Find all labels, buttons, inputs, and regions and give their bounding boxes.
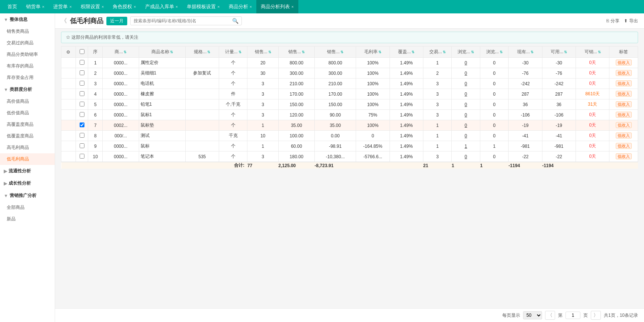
nav-permission[interactable]: 权限设置 × <box>76 0 108 13</box>
row-select-checkbox[interactable] <box>80 81 84 86</box>
row-checkbox[interactable] <box>76 89 88 99</box>
row-checkbox[interactable] <box>76 68 88 79</box>
row-browse1[interactable]: 0 <box>452 89 480 99</box>
nav-role-close[interactable]: × <box>134 4 136 9</box>
nav-goods-analysis-list[interactable]: 商品分析列表 × <box>256 0 298 13</box>
row-select-checkbox[interactable] <box>80 102 84 106</box>
sidebar: ▼ 整体信息 销售类商品 交易过的商品 商品分类助销率 有库存的商品 库存资金占… <box>0 13 55 322</box>
row-checkbox[interactable] <box>76 110 88 120</box>
nav-role[interactable]: 角色授权 × <box>108 0 140 13</box>
row-browse1[interactable]: 0 <box>452 99 480 110</box>
sidebar-item-high-coverage[interactable]: 高覆盖度商品 <box>0 119 55 130</box>
th-browse1[interactable]: 浏览...⇅ <box>452 47 480 58</box>
row-checkbox[interactable] <box>76 99 88 110</box>
search-input[interactable] <box>134 18 232 23</box>
sidebar-item-stocked-goods[interactable]: 有库存的商品 <box>0 60 55 72</box>
th-settings[interactable]: ⚙ <box>61 47 76 58</box>
row-browse1[interactable]: 0 <box>452 58 480 68</box>
row-select-checkbox[interactable] <box>80 112 84 117</box>
th-spec[interactable]: 规格...⇅ <box>185 47 219 58</box>
row-select-checkbox[interactable] <box>80 70 84 75</box>
th-coverage[interactable]: 覆盖...⇅ <box>390 47 423 58</box>
page-size-select[interactable]: 50 100 200 <box>523 311 542 319</box>
row-browse1[interactable]: 0 <box>452 131 480 141</box>
row-checkbox[interactable] <box>76 152 88 162</box>
nav-template-close[interactable]: × <box>217 4 220 9</box>
sidebar-group-growth[interactable]: ▶ 成长性分析 <box>0 177 55 189</box>
row-checkbox[interactable] <box>76 58 88 68</box>
row-select-checkbox[interactable] <box>80 91 84 96</box>
th-browse2[interactable]: 浏览...⇅ <box>480 47 508 58</box>
th-avail[interactable]: 可用...⇅ <box>542 47 576 58</box>
row-select-checkbox[interactable] <box>80 122 84 127</box>
period-button[interactable]: 近一月 <box>106 17 127 25</box>
row-checkbox[interactable] <box>76 141 88 152</box>
th-name[interactable]: 商品名称⇅ <box>139 47 185 58</box>
next-page-btn[interactable]: 〉 <box>591 311 601 320</box>
th-code[interactable]: 商...⇅ <box>103 47 139 58</box>
row-select-checkbox[interactable] <box>80 143 84 148</box>
th-sale2[interactable]: 销售...⇅ <box>278 47 314 58</box>
page-number-input[interactable] <box>565 312 580 319</box>
row-checkbox[interactable] <box>76 131 88 141</box>
sidebar-group-liquidity[interactable]: ▶ 流通性分析 <box>0 165 55 177</box>
row-browse1[interactable]: 1 <box>452 141 480 152</box>
row-browse1[interactable]: 0 <box>452 110 480 120</box>
row-avail: -242 <box>542 79 576 89</box>
sidebar-item-stock-capital[interactable]: 库存资金占用 <box>0 72 55 83</box>
th-deal[interactable]: 交易...⇅ <box>423 47 452 58</box>
export-button[interactable]: ⬆ 导出 <box>624 18 638 24</box>
sidebar-group-overall[interactable]: ▼ 整体信息 <box>0 13 55 26</box>
sidebar-item-new-goods[interactable]: 新品 <box>0 213 55 225</box>
nav-home[interactable]: 首页 <box>3 0 22 13</box>
nav-goods-analysis[interactable]: 商品分析 × <box>224 0 256 13</box>
row-select-checkbox[interactable] <box>80 60 84 65</box>
sidebar-item-high-value[interactable]: 高价值商品 <box>0 96 55 107</box>
row-checkbox[interactable] <box>76 120 88 131</box>
select-all-checkbox[interactable] <box>80 49 84 54</box>
nav-permission-close[interactable]: × <box>102 4 104 9</box>
row-unit: 件 <box>219 89 247 99</box>
th-saleable[interactable]: 可销...⇅ <box>576 47 609 58</box>
sidebar-group-marketing[interactable]: ▼ 营销推广分析 <box>0 189 55 202</box>
sidebar-item-category-rate[interactable]: 商品分类助销率 <box>0 49 55 60</box>
sidebar-item-all-goods[interactable]: 全部商品 <box>0 202 55 213</box>
nav-product-in[interactable]: 产成品入库单 × <box>141 0 182 13</box>
th-current[interactable]: 现有...⇅ <box>509 47 542 58</box>
page-header: 《 低毛利商品 近一月 🔍 ⎘ 分享 ⬆ 导出 <box>55 13 644 29</box>
row-browse1[interactable]: 0 <box>452 152 480 162</box>
row-margin: 100% <box>356 68 390 79</box>
row-select-checkbox[interactable] <box>80 133 84 138</box>
nav-purchase[interactable]: 进货单 × <box>49 0 76 13</box>
prev-page-btn[interactable]: 〈 <box>545 311 555 320</box>
th-margin[interactable]: 毛利率⇅ <box>356 47 390 58</box>
th-checkbox[interactable] <box>76 47 88 58</box>
nav-product-in-close[interactable]: × <box>176 4 178 9</box>
row-browse1[interactable]: 0 <box>452 79 480 89</box>
search-icon[interactable]: 🔍 <box>232 18 238 24</box>
nav-sales[interactable]: 销货单 × <box>22 0 49 13</box>
row-browse1[interactable]: 0 <box>452 68 480 79</box>
sidebar-item-sales-goods[interactable]: 销售类商品 <box>0 26 55 37</box>
sidebar-item-low-margin[interactable]: 低毛利商品 <box>0 153 55 165</box>
sidebar-collapse-btn[interactable]: 《 <box>61 17 67 25</box>
nav-purchase-close[interactable]: × <box>69 4 71 9</box>
sidebar-item-high-margin[interactable]: 高毛利商品 <box>0 142 55 153</box>
sidebar-group-cluster[interactable]: ▼ 类群度分析 <box>0 83 55 96</box>
sidebar-item-low-value[interactable]: 低价值商品 <box>0 107 55 119</box>
sidebar-item-low-coverage[interactable]: 低覆盖度商品 <box>0 130 55 142</box>
row-select-checkbox[interactable] <box>80 154 84 159</box>
th-sale1[interactable]: 销售...⇅ <box>247 47 278 58</box>
row-checkbox[interactable] <box>76 79 88 89</box>
nav-template[interactable]: 单据模板设置 × <box>182 0 224 13</box>
sidebar-item-traded-goods[interactable]: 交易过的商品 <box>0 37 55 49</box>
row-sale1: 10 <box>247 131 278 141</box>
nav-goods-analysis-list-close[interactable]: × <box>291 4 294 9</box>
th-unit[interactable]: 计量...⇅ <box>219 47 247 58</box>
th-sale3[interactable]: 销售...⇅ <box>315 47 356 58</box>
nav-sales-close[interactable]: × <box>42 4 44 9</box>
row-browse1[interactable]: 0 <box>452 120 480 131</box>
row-sale1: 3 <box>247 110 278 120</box>
nav-goods-analysis-close[interactable]: × <box>250 4 252 9</box>
share-button[interactable]: ⎘ 分享 <box>606 18 619 24</box>
